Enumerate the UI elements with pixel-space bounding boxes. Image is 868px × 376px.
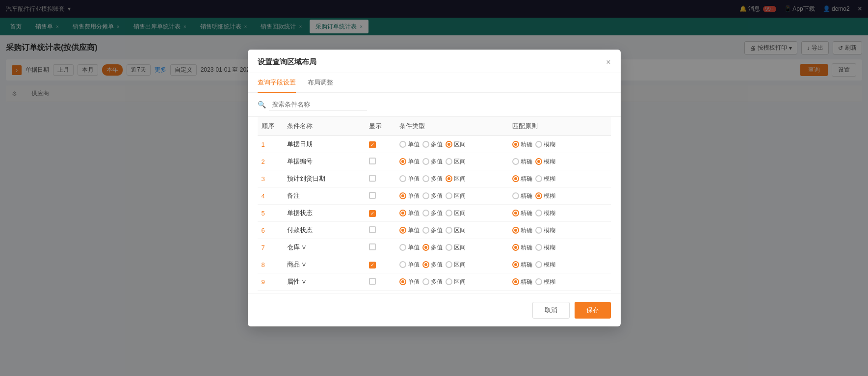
show-checkbox[interactable] xyxy=(369,226,376,233)
row-type[interactable]: 单值多值区间 xyxy=(395,273,508,291)
rule-radio-group: 精确模糊 xyxy=(512,158,607,166)
show-checkbox[interactable] xyxy=(369,192,376,199)
type-radio-区间[interactable]: 区间 xyxy=(446,140,466,149)
type-radio-单值[interactable]: 单值 xyxy=(399,140,420,149)
type-radio-单值[interactable]: 单值 xyxy=(399,175,420,183)
rule-radio-精确[interactable]: 精确 xyxy=(512,192,532,200)
row-name: 属性 ∨ xyxy=(283,273,365,291)
type-radio-区间[interactable]: 区间 xyxy=(446,192,466,200)
row-show[interactable] xyxy=(365,153,396,170)
type-radio-多值[interactable]: 多值 xyxy=(422,243,443,252)
rule-radio-精确[interactable]: 精确 xyxy=(512,261,532,269)
cancel-button[interactable]: 取消 xyxy=(532,302,570,319)
rule-radio-模糊[interactable]: 模糊 xyxy=(535,209,555,217)
save-button[interactable]: 保存 xyxy=(575,302,611,319)
show-checkbox[interactable] xyxy=(369,278,376,285)
type-radio-单值[interactable]: 单值 xyxy=(399,278,420,286)
rule-radio-精确[interactable]: 精确 xyxy=(512,140,532,149)
row-show[interactable] xyxy=(365,188,396,205)
row-type[interactable]: 单值多值区间 xyxy=(395,222,508,239)
type-radio-多值[interactable]: 多值 xyxy=(422,226,443,235)
type-radio-多值[interactable]: 多值 xyxy=(422,261,443,269)
row-rule[interactable]: 精确模糊 xyxy=(508,170,611,188)
row-rule[interactable]: 精确模糊 xyxy=(508,153,611,170)
rule-radio-模糊[interactable]: 模糊 xyxy=(535,243,555,252)
row-type[interactable]: 单值多值区间 xyxy=(395,205,508,222)
type-radio-区间[interactable]: 区间 xyxy=(446,209,466,217)
rule-radio-模糊[interactable]: 模糊 xyxy=(535,192,555,200)
row-type[interactable]: 单值多值区间 xyxy=(395,188,508,205)
row-show[interactable] xyxy=(365,222,396,239)
type-radio-多值[interactable]: 多值 xyxy=(422,175,443,183)
rule-radio-模糊[interactable]: 模糊 xyxy=(535,140,555,149)
type-radio-多值[interactable]: 多值 xyxy=(422,158,443,166)
rule-radio-模糊[interactable]: 模糊 xyxy=(535,261,555,269)
row-type[interactable]: 单值多值区间 xyxy=(395,153,508,170)
type-radio-单值[interactable]: 单值 xyxy=(399,261,420,269)
rule-radio-精确[interactable]: 精确 xyxy=(512,226,532,235)
type-radio-区间[interactable]: 区间 xyxy=(446,261,466,269)
type-radio-区间[interactable]: 区间 xyxy=(446,175,466,183)
type-radio-单值[interactable]: 单值 xyxy=(399,209,420,217)
dialog-tab-layout[interactable]: 布局调整 xyxy=(308,73,333,93)
show-checkbox[interactable] xyxy=(369,243,376,250)
show-checkbox[interactable]: ✓ xyxy=(369,262,376,269)
type-radio-单值[interactable]: 单值 xyxy=(399,158,420,166)
type-radio-区间[interactable]: 区间 xyxy=(446,278,466,286)
radio-circle xyxy=(446,175,452,182)
rule-radio-精确[interactable]: 精确 xyxy=(512,175,532,183)
row-type[interactable]: 单值多值区间 xyxy=(395,170,508,188)
rule-radio-模糊[interactable]: 模糊 xyxy=(535,226,555,235)
type-radio-单值[interactable]: 单值 xyxy=(399,243,420,252)
row-type[interactable]: 单值多值区间 xyxy=(395,256,508,273)
row-rule[interactable]: 精确模糊 xyxy=(508,205,611,222)
show-checkbox[interactable] xyxy=(369,158,376,164)
row-rule[interactable]: 精确模糊 xyxy=(508,222,611,239)
radio-circle xyxy=(446,141,452,148)
type-radio-多值[interactable]: 多值 xyxy=(422,192,443,200)
search-input[interactable] xyxy=(269,99,367,110)
type-radio-多值[interactable]: 多值 xyxy=(422,209,443,217)
table-row: 5单据状态✓单值多值区间精确模糊 xyxy=(258,205,611,222)
row-rule[interactable]: 精确模糊 xyxy=(508,188,611,205)
dialog-close-btn[interactable]: × xyxy=(606,58,610,66)
rule-radio-精确[interactable]: 精确 xyxy=(512,243,532,252)
dialog-tab-query[interactable]: 查询字段设置 xyxy=(258,73,296,93)
type-radio-单值[interactable]: 单值 xyxy=(399,192,420,200)
radio-circle xyxy=(512,192,519,199)
rule-radio-模糊[interactable]: 模糊 xyxy=(535,158,555,166)
radio-circle xyxy=(446,158,452,165)
row-rule[interactable]: 精确模糊 xyxy=(508,136,611,153)
show-checkbox[interactable]: ✓ xyxy=(369,210,376,217)
type-radio-单值[interactable]: 单值 xyxy=(399,226,420,235)
type-radio-多值[interactable]: 多值 xyxy=(422,278,443,286)
rule-radio-模糊[interactable]: 模糊 xyxy=(535,278,555,286)
row-type[interactable]: 单值多值区间 xyxy=(395,239,508,256)
rule-radio-精确[interactable]: 精确 xyxy=(512,209,532,217)
row-show[interactable] xyxy=(365,170,396,188)
row-show[interactable]: ✓ xyxy=(365,256,396,273)
row-show[interactable]: ✓ xyxy=(365,205,396,222)
type-radio-区间[interactable]: 区间 xyxy=(446,226,466,235)
show-checkbox[interactable]: ✓ xyxy=(369,141,376,148)
row-show[interactable] xyxy=(365,273,396,291)
row-rule[interactable]: 精确模糊 xyxy=(508,256,611,273)
table-row: 3预计到货日期单值多值区间精确模糊 xyxy=(258,170,611,188)
type-radio-多值[interactable]: 多值 xyxy=(422,140,443,149)
rule-radio-模糊[interactable]: 模糊 xyxy=(535,175,555,183)
show-checkbox[interactable] xyxy=(369,175,376,182)
table-row: 2单据编号单值多值区间精确模糊 xyxy=(258,153,611,170)
row-type[interactable]: 单值多值区间 xyxy=(395,136,508,153)
dialog-footer: 取消 保存 xyxy=(248,294,621,326)
row-rule[interactable]: 精确模糊 xyxy=(508,273,611,291)
row-rule[interactable]: 精确模糊 xyxy=(508,239,611,256)
row-show[interactable] xyxy=(365,239,396,256)
type-radio-区间[interactable]: 区间 xyxy=(446,158,466,166)
row-show[interactable]: ✓ xyxy=(365,136,396,153)
rule-radio-精确[interactable]: 精确 xyxy=(512,158,532,166)
type-radio-区间[interactable]: 区间 xyxy=(446,243,466,252)
order-number: 3 xyxy=(262,175,265,183)
row-name: 单据编号 xyxy=(283,153,365,170)
rule-radio-精确[interactable]: 精确 xyxy=(512,278,532,286)
radio-circle xyxy=(422,278,429,285)
